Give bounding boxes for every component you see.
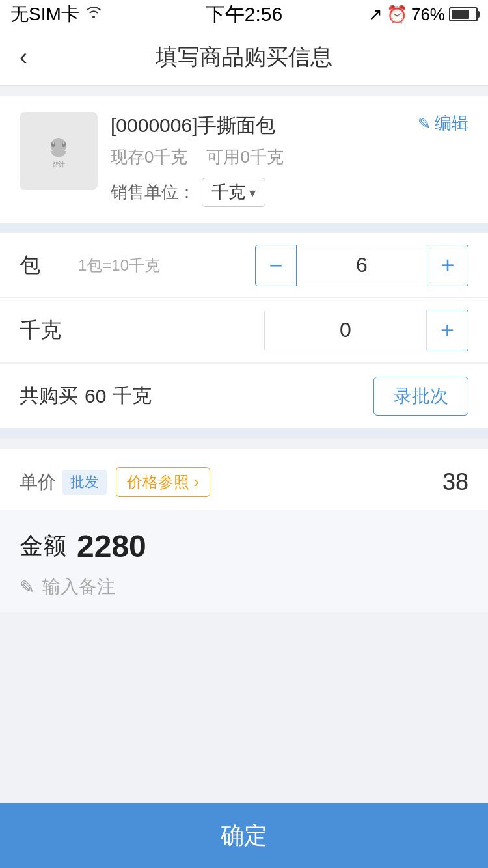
kg-label: 千克: [20, 316, 72, 345]
kg-plus-button[interactable]: +: [427, 310, 468, 351]
page-title: 填写商品购买信息: [156, 42, 332, 72]
chevron-down-icon: ▾: [249, 185, 256, 200]
svg-point-3: [53, 142, 55, 144]
section-divider-2: [0, 428, 488, 439]
battery-icon: [449, 7, 478, 21]
price-label: 单价: [20, 470, 56, 495]
unit-select[interactable]: 千克 ▾: [202, 178, 265, 207]
location-icon: ↗: [368, 5, 383, 25]
amount-row: 金额 2280: [20, 528, 468, 564]
total-amount: 60: [85, 385, 106, 407]
total-row: 共购买 60 千克 录批次: [0, 363, 488, 428]
price-row: 单价 批发 价格参照 › 38: [20, 467, 468, 497]
input-section: 包 1包=10千克 − + 千克 + 共购买 60 千克 录批次: [0, 233, 488, 428]
package-stepper: − +: [255, 245, 468, 286]
carrier-text: 无SIM卡: [10, 2, 79, 27]
status-bar: 无SIM卡 下午2:56 ↗ ⏰ 76%: [0, 0, 488, 29]
back-button[interactable]: ‹: [13, 37, 34, 77]
product-stock: 现存0千克 可用0千克: [111, 146, 468, 169]
package-label: 包: [20, 251, 72, 280]
status-left: 无SIM卡: [10, 2, 103, 27]
edit-button[interactable]: ✎ 编辑: [418, 112, 468, 135]
total-prefix: 共购买: [20, 383, 78, 409]
remark-row[interactable]: ✎ 输入备注: [20, 575, 468, 599]
edit-icon: ✎: [418, 115, 431, 133]
svg-text:智计: 智计: [52, 161, 65, 168]
batch-button[interactable]: 录批次: [373, 377, 468, 416]
package-plus-button[interactable]: +: [427, 245, 468, 286]
product-unit-row: 销售单位： 千克 ▾: [111, 178, 468, 207]
package-input-row: 包 1包=10千克 − +: [0, 233, 488, 298]
price-section: 单价 批发 价格参照 › 38: [0, 449, 488, 510]
total-unit: 千克: [113, 383, 152, 409]
battery-percent: 76%: [411, 5, 445, 25]
remark-placeholder: 输入备注: [42, 575, 115, 599]
package-hint: 1包=10千克: [78, 255, 160, 276]
unit-label: 销售单位：: [111, 181, 195, 204]
package-quantity-input[interactable]: [297, 245, 427, 286]
amount-value: 2280: [77, 528, 146, 564]
kg-quantity-input[interactable]: [264, 310, 427, 351]
svg-point-4: [63, 142, 65, 144]
pencil-icon: ✎: [20, 576, 34, 598]
price-value: 38: [442, 468, 468, 496]
amount-label: 金额: [20, 530, 66, 562]
package-minus-button[interactable]: −: [255, 245, 297, 286]
product-name: [0000006]手撕面包: [111, 112, 275, 139]
empty-space: [0, 612, 488, 807]
nav-bar: ‹ 填写商品购买信息: [0, 29, 488, 86]
kg-stepper: +: [264, 310, 468, 351]
product-card: 智计 [0000006]手撕面包 ✎ 编辑 现存0千克 可用0千克 销售单位： …: [0, 96, 488, 223]
price-reference-button[interactable]: 价格参照 ›: [116, 467, 210, 497]
product-info: [0000006]手撕面包 ✎ 编辑 现存0千克 可用0千克 销售单位： 千克 …: [111, 112, 468, 207]
status-time: 下午2:56: [206, 1, 282, 28]
product-image: 智计: [20, 112, 98, 190]
kg-input-row: 千克 +: [0, 298, 488, 363]
section-divider-1: [0, 223, 488, 233]
price-badge: 批发: [62, 470, 107, 495]
confirm-button[interactable]: 确定: [0, 803, 488, 868]
status-right: ↗ ⏰ 76%: [368, 5, 478, 25]
product-logo-icon: 智计: [39, 131, 78, 170]
alarm-icon: ⏰: [386, 5, 407, 25]
amount-section: 金额 2280 ✎ 输入备注: [0, 510, 488, 612]
wifi-icon: [85, 5, 103, 23]
